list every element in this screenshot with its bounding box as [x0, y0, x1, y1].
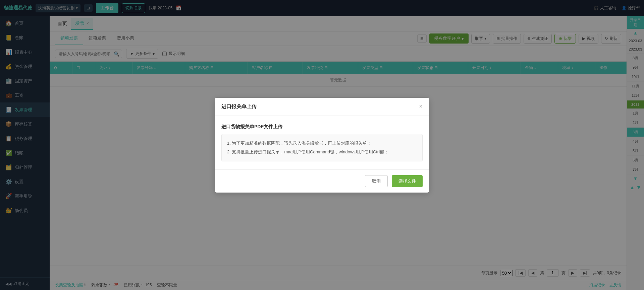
- modal-overlay[interactable]: 进口报关单上传 × 进口货物报关单PDF文件上传 1. 为了更加精准的数据匹配，…: [0, 0, 644, 290]
- modal-info-item-1: 1. 为了更加精准的数据匹配，请先录入海关缴款书，再上传对应的报关单；: [227, 139, 417, 148]
- modal-close-button[interactable]: ×: [419, 103, 423, 110]
- modal-section-title: 进口货物报关单PDF文件上传: [221, 124, 423, 130]
- modal-title: 进口报关单上传: [221, 103, 257, 110]
- modal-body: 进口货物报关单PDF文件上传 1. 为了更加精准的数据匹配，请先录入海关缴款书，…: [215, 116, 429, 169]
- import-customs-modal: 进口报关单上传 × 进口货物报关单PDF文件上传 1. 为了更加精准的数据匹配，…: [215, 98, 429, 193]
- modal-footer: 取消 选择文件: [215, 169, 429, 193]
- modal-info-box: 1. 为了更加精准的数据匹配，请先录入海关缴款书，再上传对应的报关单； 2. 支…: [221, 134, 423, 161]
- modal-header: 进口报关单上传 ×: [215, 98, 429, 116]
- modal-info-item-2: 2. 支持批量上传进口报关单，mac用户使用Command键，windows用户…: [227, 148, 417, 156]
- modal-cancel-button[interactable]: 取消: [365, 175, 388, 187]
- modal-select-file-button[interactable]: 选择文件: [392, 175, 423, 187]
